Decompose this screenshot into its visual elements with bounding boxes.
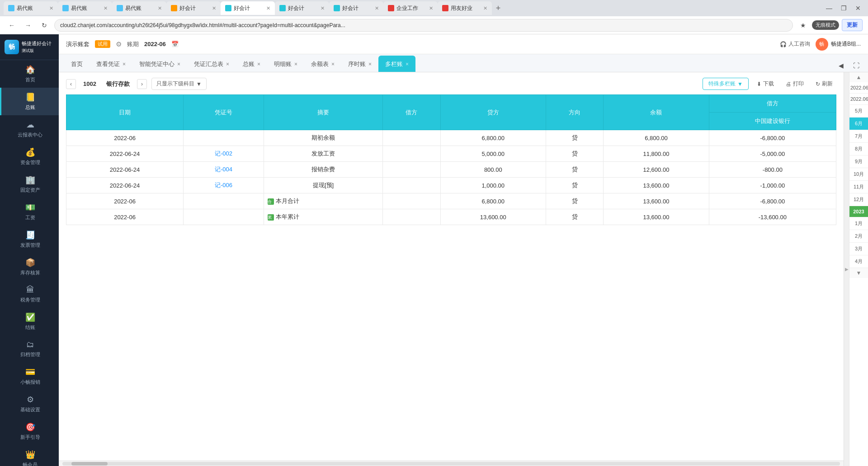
sidebar-item-funds[interactable]: 💰 资金管理 xyxy=(0,143,59,170)
tab-close-3[interactable]: ✕ xyxy=(158,5,162,11)
tab-balance-close[interactable]: × xyxy=(331,61,335,67)
tab-smart-close[interactable]: × xyxy=(177,61,180,67)
time-item-2[interactable]: 2月 xyxy=(849,230,868,243)
horizontal-scrollbar[interactable] xyxy=(59,461,844,466)
tab-balance[interactable]: 余额表 × xyxy=(304,56,341,72)
back-button[interactable]: ← xyxy=(5,19,18,32)
forward-button[interactable]: → xyxy=(22,19,34,32)
tab-vouchers[interactable]: 查看凭证 × xyxy=(90,56,132,72)
new-tab-button[interactable]: + xyxy=(492,2,505,14)
time-item-2022-header1[interactable]: 2022.06 xyxy=(849,82,868,94)
browser-tab-2[interactable]: 易代账 ✕ xyxy=(58,1,112,15)
time-item-3[interactable]: 3月 xyxy=(849,243,868,255)
minimize-button[interactable]: — xyxy=(823,2,835,14)
time-item-11[interactable]: 11月 xyxy=(849,181,868,193)
tab-multicol-close[interactable]: × xyxy=(406,61,409,67)
tab-smart-vouchers[interactable]: 智能凭证中心 × xyxy=(132,56,187,72)
time-item-year-2023[interactable]: 2023 xyxy=(849,206,868,217)
browser-tab-1[interactable]: 易代账 ✕ xyxy=(4,1,58,15)
restore-button[interactable]: ❐ xyxy=(837,2,850,14)
cell-voucher[interactable]: 记-004 xyxy=(184,162,264,178)
browser-tab-6[interactable]: 好会计 ✕ xyxy=(275,1,329,15)
time-item-5[interactable]: 5月 xyxy=(849,105,868,118)
tab-close-1[interactable]: ✕ xyxy=(49,5,53,11)
sidebar-item-settings[interactable]: ⚙ 基础设置 xyxy=(0,390,59,418)
update-button[interactable]: 更新 xyxy=(842,19,863,31)
time-scroll-down[interactable]: ▼ xyxy=(849,268,868,278)
expand-tabs-button[interactable]: ⛶ xyxy=(850,59,863,72)
url-input[interactable] xyxy=(54,19,793,32)
tab-close-9[interactable]: ✕ xyxy=(483,5,487,11)
time-item-10[interactable]: 10月 xyxy=(849,168,868,181)
tab-gl-close[interactable]: × xyxy=(257,61,260,67)
tab-close-2[interactable]: ✕ xyxy=(104,5,108,11)
next-account-button[interactable]: › xyxy=(137,79,147,89)
collapse-tabs-button[interactable]: ◀ xyxy=(835,59,847,72)
close-button[interactable]: ✕ xyxy=(852,2,864,14)
incognito-button[interactable]: 无痕模式 xyxy=(812,20,839,30)
time-item-2022-header2[interactable]: 2022.06 xyxy=(849,94,868,105)
tab-journal[interactable]: 序时账 × xyxy=(341,56,378,72)
tab-dl-close[interactable]: × xyxy=(294,61,297,67)
sidebar-item-inventory[interactable]: 📦 库存核算 xyxy=(0,253,59,281)
user-info[interactable]: 畅 畅捷通B组... xyxy=(816,38,861,51)
prev-account-button[interactable]: ‹ xyxy=(66,79,76,89)
time-item-12[interactable]: 12月 xyxy=(849,193,868,206)
browser-tab-3[interactable]: 易代账 ✕ xyxy=(112,1,166,15)
time-item-9[interactable]: 9月 xyxy=(849,155,868,168)
tab-close-4[interactable]: ✕ xyxy=(212,5,216,11)
time-scroll-up[interactable]: ▲ xyxy=(849,72,868,82)
sidebar-item-invoice[interactable]: 🧾 发票管理 xyxy=(0,226,59,253)
sidebar-item-guide[interactable]: 🎯 新手引导 xyxy=(0,418,59,445)
voucher-link[interactable]: 记-006 xyxy=(215,182,232,188)
time-item-6[interactable]: 6月 xyxy=(849,118,868,130)
scroll-thumb[interactable] xyxy=(71,462,108,466)
sidebar-item-expense[interactable]: 💳 小畅报销 xyxy=(0,362,59,390)
tab-close-5[interactable]: ✕ xyxy=(266,5,270,11)
sidebar-item-payroll[interactable]: 💵 工资 xyxy=(0,198,59,226)
sidebar-item-reports[interactable]: ☁ 云报表中心 xyxy=(0,115,59,143)
calendar-icon[interactable]: 📅 xyxy=(171,41,179,47)
browser-tab-9[interactable]: 用友好业 ✕ xyxy=(438,1,492,15)
bookmark-icon[interactable]: ★ xyxy=(797,19,809,32)
cell-voucher[interactable]: 记-002 xyxy=(184,146,264,162)
browser-tab-8[interactable]: 企业工作 ✕ xyxy=(383,1,438,15)
browser-tab-5[interactable]: 好会计 ✕ xyxy=(221,1,275,15)
tab-journal-close[interactable]: × xyxy=(368,61,372,67)
tab-close-6[interactable]: ✕ xyxy=(321,5,325,11)
time-item-4[interactable]: 4月 xyxy=(849,255,868,268)
collapse-panel-handle[interactable]: ▶ xyxy=(844,72,849,466)
filter-button[interactable]: 只显示下级科目 ▼ xyxy=(151,78,207,90)
tab-home[interactable]: 首页 xyxy=(64,56,90,72)
refresh-button[interactable]: ↻ 刷新 xyxy=(812,78,836,89)
tab-close-8[interactable]: ✕ xyxy=(429,5,433,11)
time-item-7[interactable]: 7月 xyxy=(849,130,868,143)
tab-vouchers-close[interactable]: × xyxy=(123,61,126,67)
consult-button[interactable]: 🎧 人工咨询 xyxy=(780,40,810,48)
download-button[interactable]: ⬇ 下载 xyxy=(753,78,778,89)
tab-multi-col[interactable]: 多栏账 × xyxy=(378,56,415,72)
tab-close-7[interactable]: ✕ xyxy=(375,5,379,11)
account-settings-icon[interactable]: ⚙ xyxy=(116,40,122,48)
tab-general-ledger[interactable]: 总账 × xyxy=(236,56,267,72)
sidebar-item-ledger[interactable]: 📒 总账 xyxy=(0,88,59,115)
multi-col-button[interactable]: 特殊多栏账 ▼ xyxy=(703,78,749,90)
voucher-link[interactable]: 记-002 xyxy=(215,150,232,157)
sidebar-item-tax[interactable]: 🏛 税务管理 xyxy=(0,281,59,308)
sidebar-item-home[interactable]: 🏠 首页 xyxy=(0,60,59,88)
voucher-link[interactable]: 记-004 xyxy=(215,166,232,173)
sidebar-item-close[interactable]: ✅ 结账 xyxy=(0,308,59,335)
sidebar-item-assets[interactable]: 🏢 固定资产 xyxy=(0,170,59,198)
browser-tab-4[interactable]: 好会计 ✕ xyxy=(166,1,221,15)
time-item-8[interactable]: 8月 xyxy=(849,143,868,155)
time-item-1[interactable]: 1月 xyxy=(849,217,868,230)
sidebar-item-member[interactable]: 👑 畅会员 xyxy=(0,445,59,466)
cell-voucher[interactable]: 记-006 xyxy=(184,178,264,193)
sidebar-item-archive[interactable]: 🗂 归档管理 xyxy=(0,335,59,362)
tab-detail-ledger[interactable]: 明细账 × xyxy=(267,56,304,72)
browser-tab-7[interactable]: 好会计 ✕ xyxy=(329,1,383,15)
tab-voucher-summary[interactable]: 凭证汇总表 × xyxy=(187,56,236,72)
print-button[interactable]: 🖨 打印 xyxy=(782,78,807,89)
refresh-button[interactable]: ↻ xyxy=(38,19,51,32)
tab-vsummary-close[interactable]: × xyxy=(226,61,229,67)
